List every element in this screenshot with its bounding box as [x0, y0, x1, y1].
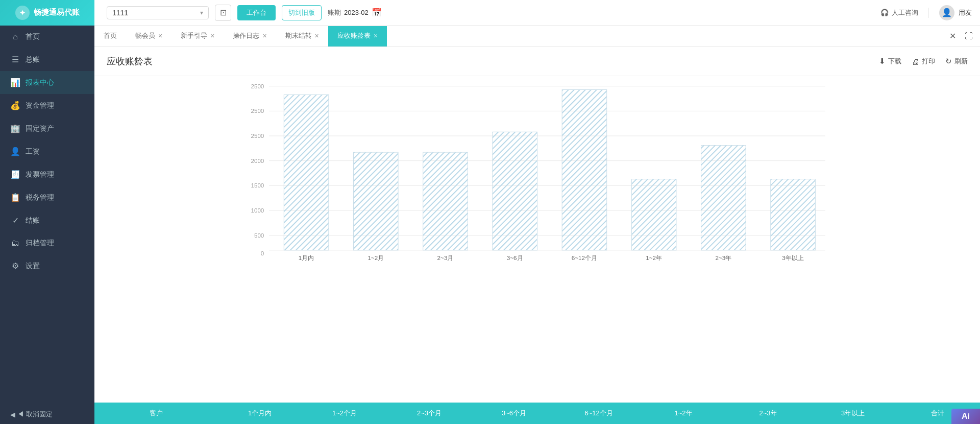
headset-icon: 🎧	[880, 9, 889, 16]
col-2-3year: 2~3年	[726, 409, 811, 418]
unpin-button[interactable]: ◀ ◀ 取消固定	[0, 405, 94, 424]
col-1month: 1个月内	[217, 409, 302, 418]
x-label-1-2年: 1~2年	[646, 254, 662, 261]
download-button[interactable]: ⬇ 下载	[879, 57, 901, 66]
page-actions: ⬇ 下载 🖨 打印 ↻ 刷新	[879, 57, 968, 66]
bar-6-12月[interactable]	[562, 90, 607, 250]
print-button[interactable]: 🖨 打印	[912, 57, 935, 66]
refresh-button[interactable]: ↻ 刷新	[945, 57, 968, 66]
sidebar-item-assets[interactable]: 🏢 固定资产	[0, 117, 94, 140]
close-all-icon: ✕	[949, 31, 956, 41]
bar-chart: 2500 2500 2500 2000 1500 1000 500 0	[105, 81, 970, 265]
refresh-icon: ↻	[945, 57, 952, 66]
page-content: 应收账龄表 ⬇ 下载 🖨 打印 ↻ 刷新	[94, 47, 980, 424]
sidebar-item-home[interactable]: ⌂ 首页	[0, 26, 94, 48]
sidebar-item-salary[interactable]: 👤 工资	[0, 140, 94, 163]
logo-icon: ✦	[15, 6, 30, 20]
tab-member-close[interactable]: ×	[158, 32, 162, 40]
x-label-3年以上: 3年以上	[782, 254, 803, 261]
user-area[interactable]: 👤 用友	[939, 5, 972, 20]
dropdown-arrow-icon: ▾	[200, 9, 203, 16]
archive-icon: 🗂	[10, 239, 20, 248]
company-selector[interactable]: 1111 ▾	[107, 6, 209, 19]
calendar-icon[interactable]: 📅	[372, 8, 382, 17]
col-3-6month: 3~6个月	[472, 409, 556, 418]
tab-period-end-label: 期末结转	[285, 31, 312, 40]
bar-3-6月[interactable]	[493, 132, 537, 250]
sidebar-item-label: 资金管理	[26, 101, 54, 110]
sidebar-item-label: 固定资产	[26, 124, 54, 133]
switch-version-button[interactable]: 切到旧版	[282, 5, 322, 20]
bar-1月内[interactable]	[284, 95, 329, 250]
x-label-2-3年: 2~3年	[715, 254, 731, 261]
tab-member[interactable]: 畅会员 ×	[126, 26, 172, 46]
col-2-3month: 2~3个月	[387, 409, 472, 418]
workbench-button[interactable]: 工作台	[237, 5, 276, 20]
x-label-6-12月: 6~12个月	[572, 254, 597, 261]
sidebar-item-settings[interactable]: ⚙ 设置	[0, 254, 94, 277]
tab-home[interactable]: 首页	[94, 26, 126, 46]
ai-badge[interactable]: Ai	[951, 409, 980, 424]
sidebar-item-label: 工资	[26, 147, 40, 156]
period-label: 账期	[328, 8, 341, 17]
tab-guide-label: 新手引导	[181, 31, 207, 40]
copy-button[interactable]: ⊡	[215, 5, 231, 21]
tab-expand-button[interactable]: ⛶	[962, 29, 976, 43]
support-button[interactable]: 🎧 人工咨询	[880, 8, 918, 17]
col-1-2year: 1~2年	[641, 409, 726, 418]
bar-2-3月[interactable]	[423, 152, 468, 250]
tab-log-close[interactable]: ×	[262, 32, 266, 40]
col-customer: 客户	[94, 409, 217, 418]
download-icon: ⬇	[879, 57, 886, 66]
finance-icon: 💰	[10, 101, 20, 110]
sidebar-item-label: 税务管理	[26, 193, 54, 202]
x-label-1-2月: 1~2月	[368, 254, 384, 261]
sidebar-item-ledger[interactable]: ☰ 总账	[0, 48, 94, 71]
svg-text:0: 0	[261, 250, 264, 256]
sidebar-item-invoice[interactable]: 🧾 发票管理	[0, 163, 94, 186]
tab-guide-close[interactable]: ×	[210, 32, 214, 40]
table-header: 客户 1个月内 1~2个月 2~3个月 3~6个月 6~12个月 1~2年 2~…	[94, 403, 980, 424]
bar-3年以上[interactable]	[771, 179, 816, 250]
avatar: 👤	[939, 5, 954, 20]
sidebar-item-settle[interactable]: ✓ 结账	[0, 209, 94, 232]
print-label: 打印	[922, 57, 935, 66]
company-name: 1111	[112, 9, 196, 17]
sidebar-item-label: 总账	[26, 55, 40, 64]
tab-home-label: 首页	[104, 31, 117, 40]
tab-close-all-button[interactable]: ✕	[945, 29, 960, 43]
print-icon: 🖨	[912, 57, 919, 66]
sidebar-item-archive[interactable]: 🗂 归档管理	[0, 232, 94, 254]
tab-ar-aging-close[interactable]: ×	[374, 32, 378, 40]
settle-icon: ✓	[10, 216, 20, 225]
sidebar-item-tax[interactable]: 📋 税务管理	[0, 186, 94, 209]
tab-member-label: 畅会员	[135, 31, 155, 40]
col-6-12month: 6~12个月	[556, 409, 641, 418]
tab-period-end[interactable]: 期末结转 ×	[276, 26, 328, 46]
ledger-icon: ☰	[10, 55, 20, 64]
svg-text:2000: 2000	[251, 157, 264, 164]
page-header: 应收账龄表 ⬇ 下载 🖨 打印 ↻ 刷新	[94, 47, 980, 76]
unpin-label: ◀ 取消固定	[17, 410, 53, 419]
download-label: 下载	[888, 57, 901, 66]
sidebar-item-reports[interactable]: 📊 报表中心	[0, 71, 94, 94]
tab-ar-aging[interactable]: 应收账龄表 ×	[328, 26, 387, 46]
svg-text:1500: 1500	[251, 182, 264, 189]
sidebar-item-finance[interactable]: 💰 资金管理	[0, 94, 94, 117]
x-label-3-6月: 3~6月	[507, 254, 523, 261]
tab-ar-aging-label: 应收账龄表	[337, 31, 371, 40]
svg-text:500: 500	[254, 232, 264, 239]
bar-1-2年[interactable]	[631, 179, 676, 250]
tab-guide[interactable]: 新手引导 ×	[172, 26, 224, 46]
tab-period-end-close[interactable]: ×	[315, 32, 319, 40]
svg-text:2500: 2500	[251, 83, 264, 89]
reports-icon: 📊	[10, 78, 20, 87]
bar-2-3年[interactable]	[701, 146, 746, 250]
bar-1-2月[interactable]	[354, 152, 399, 250]
period-value: 2023-02	[344, 9, 369, 16]
sidebar-item-label: 发票管理	[26, 170, 54, 179]
user-name: 用友	[959, 8, 972, 17]
tab-log[interactable]: 操作日志 ×	[224, 26, 276, 46]
svg-text:2500: 2500	[251, 107, 264, 114]
x-label-1月内: 1月内	[299, 254, 314, 261]
